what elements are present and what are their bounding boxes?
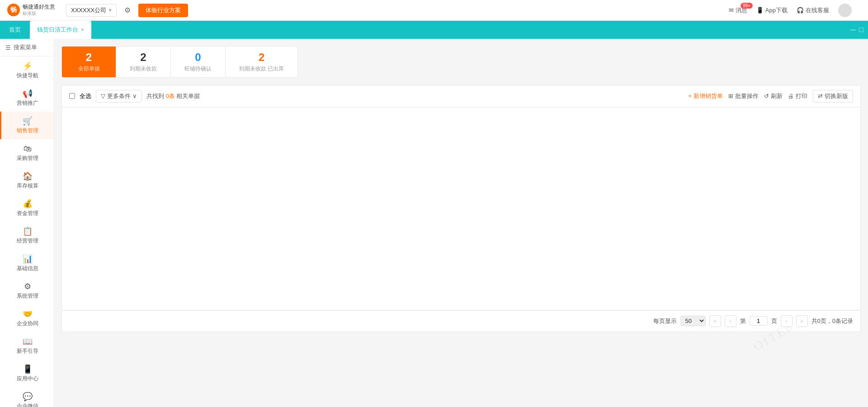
stat-tab-overdue-out[interactable]: 2 到期未收款 已出库 [226, 47, 297, 77]
online-service-label: 在线客服 [806, 6, 829, 14]
stat-label-overdue: 到期未收款 [130, 65, 157, 73]
experience-button[interactable]: 体验行业方案 [138, 4, 188, 17]
page-size-select[interactable]: 10 20 50 100 [680, 316, 706, 326]
print-icon: 🖨 [788, 93, 794, 99]
filter-icon: ▽ [101, 93, 105, 99]
stat-tab-overdue[interactable]: 2 到期未收款 [116, 47, 171, 77]
sidebar-item-base-info[interactable]: 📊 基础信息 [0, 249, 54, 277]
sidebar-item-app-center[interactable]: 📱 应用中心 [0, 360, 54, 387]
table-area [61, 107, 861, 310]
print-button[interactable]: 🖨 打印 [788, 92, 807, 100]
tab-money-daily[interactable]: 钱货日清工作台 × [30, 21, 91, 39]
logo: 畅 畅捷通好生意 标准版 [7, 4, 61, 16]
close-tab-icon[interactable]: × [81, 27, 84, 33]
tab-home[interactable]: 首页 [0, 26, 30, 34]
top-bar-right: ✉ 消息 99+ 📱 App下载 🎧 在线客服 [729, 4, 861, 17]
toolbar: 全选 ▽ 更多条件 ∨ 共找到 0条 相关单据 + 新增销货单 ⊞ 批量操作 [61, 85, 861, 107]
select-all-checkbox[interactable] [69, 93, 75, 99]
found-text: 共找到 0条 相关单据 [146, 92, 200, 100]
page-label-2: 页 [771, 317, 777, 325]
next-page-button[interactable]: › [781, 315, 793, 327]
refresh-button[interactable]: ↺ 刷新 [764, 92, 783, 100]
search-menu-icon: ☰ [5, 44, 11, 51]
purchase-icon: 🛍 [24, 145, 32, 153]
logo-text-block: 畅捷通好生意 标准版 [23, 4, 55, 16]
last-page-button[interactable]: » [796, 315, 808, 327]
message-icon: ✉ [729, 7, 734, 14]
sidebar-item-label: 销售管理 [17, 127, 38, 135]
sidebar-item-label: 企业协同 [17, 320, 38, 327]
app-center-icon: 📱 [23, 365, 33, 373]
sidebar-item-purchase[interactable]: 🛍 采购管理 [0, 139, 54, 167]
maximize-icon[interactable]: □ [859, 26, 863, 34]
chevron-down-icon: ▾ [109, 7, 112, 13]
finance-icon: 💰 [23, 200, 33, 208]
sidebar-item-finance[interactable]: 💰 资金管理 [0, 194, 54, 222]
sidebar-item-cooperation[interactable]: 🤝 企业协同 [0, 304, 54, 332]
base-info-icon: 📊 [23, 255, 33, 263]
toolbar-left: 全选 ▽ 更多条件 ∨ 共找到 0条 相关单据 [69, 90, 683, 103]
online-service-button[interactable]: 🎧 在线客服 [797, 6, 829, 14]
stat-number-overdue: 2 [130, 51, 157, 64]
switch-icon: ⇄ [818, 93, 823, 99]
marketing-icon: 📢 [23, 89, 33, 98]
quick-nav-icon: ⚡ [23, 62, 33, 70]
batch-label: 批量操作 [735, 92, 759, 100]
page-input[interactable] [750, 316, 768, 326]
sidebar-item-label: 采购管理 [17, 154, 38, 162]
stat-label-overdue-out: 到期未收款 已出库 [239, 65, 284, 73]
top-bar: 畅 畅捷通好生意 标准版 XXXXXX公司 ▾ ⚙ 体验行业方案 ✉ 消息 99… [0, 0, 868, 21]
stat-number-pending: 0 [184, 51, 212, 64]
sidebar-item-label: 营销推广 [17, 99, 38, 107]
messages-button[interactable]: ✉ 消息 99+ [729, 6, 747, 14]
sidebar: ☰ 搜索菜单 ⚡ 快捷导航 📢 营销推广 🛒 销售管理 🛍 采购管理 🏠 库存核… [0, 39, 54, 407]
sidebar-item-operations[interactable]: 📋 经营管理 [0, 222, 54, 249]
sidebar-item-inventory[interactable]: 🏠 库存核算 [0, 167, 54, 194]
logo-text: 畅捷通好生意 [23, 4, 55, 10]
tab-bar: 首页 钱货日清工作台 × ─ □ [0, 21, 868, 39]
filter-button[interactable]: ▽ 更多条件 ∨ [96, 90, 142, 103]
settings-button[interactable]: ⚙ [120, 3, 135, 18]
total-text: 共0页，0条记录 [811, 317, 853, 325]
switch-version-button[interactable]: ⇄ 切换新版 [813, 90, 853, 103]
service-icon: 🎧 [797, 7, 804, 14]
tab-bar-actions: ─ □ [850, 26, 868, 34]
tab-label: 钱货日清工作台 [37, 26, 78, 34]
page-size-label: 每页显示 [653, 317, 677, 325]
batch-operation-button[interactable]: ⊞ 批量操作 [728, 92, 759, 100]
company-selector[interactable]: XXXXXX公司 ▾ [66, 4, 117, 17]
company-name: XXXXXX公司 [71, 6, 106, 14]
wechat-icon: 💬 [23, 393, 33, 401]
minimize-icon[interactable]: ─ [850, 26, 855, 34]
sidebar-item-system[interactable]: ⚙ 系统管理 [0, 277, 54, 304]
found-count: 0条 [166, 93, 175, 99]
app-download-button[interactable]: 📱 App下载 [756, 6, 788, 14]
sidebar-item-guide[interactable]: 📖 新手引导 [0, 332, 54, 360]
sidebar-item-marketing[interactable]: 📢 营销推广 [0, 84, 54, 112]
system-icon: ⚙ [24, 282, 31, 290]
guide-icon: 📖 [23, 337, 33, 346]
sidebar-item-wechat[interactable]: 💬 企业微信 [0, 387, 54, 407]
add-sales-order-button[interactable]: + 新增销货单 [688, 92, 723, 100]
refresh-icon: ↺ [764, 93, 769, 99]
operations-icon: 📋 [23, 227, 33, 235]
batch-icon: ⊞ [728, 93, 733, 99]
sidebar-item-sales[interactable]: 🛒 销售管理 [0, 112, 54, 139]
app-download-label: App下载 [765, 6, 788, 14]
sidebar-item-label: 应用中心 [17, 375, 38, 383]
sidebar-item-label: 企业微信 [17, 402, 38, 407]
prev-page-button[interactable]: ‹ [725, 315, 736, 327]
stat-number-overdue-out: 2 [239, 51, 284, 64]
avatar[interactable] [838, 4, 852, 17]
search-menu-item[interactable]: ☰ 搜索菜单 [0, 39, 54, 56]
sidebar-item-quick-nav[interactable]: ⚡ 快捷导航 [0, 56, 54, 84]
print-label: 打印 [796, 92, 807, 100]
stat-label-all: 全部单据 [75, 65, 102, 73]
stat-tab-all[interactable]: 2 全部单据 [62, 47, 116, 77]
switch-label: 切换新版 [825, 92, 848, 100]
stat-label-pending: 旺铺待确认 [184, 65, 212, 73]
stat-tab-pending[interactable]: 0 旺铺待确认 [171, 47, 226, 77]
stats-tabs: 2 全部单据 2 到期未收款 0 旺铺待确认 2 到期未收款 已出库 [61, 46, 298, 78]
first-page-button[interactable]: « [709, 315, 721, 327]
messages-badge: 99+ [741, 3, 753, 9]
